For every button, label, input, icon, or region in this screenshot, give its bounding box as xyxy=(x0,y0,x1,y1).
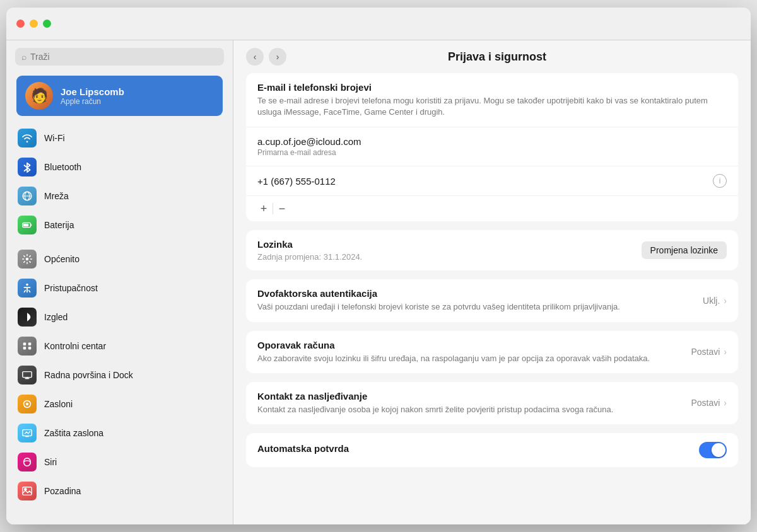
sidebar-item-wifi-label: Wi-Fi xyxy=(44,133,65,143)
password-card: Lozinka Zadnja promjena: 31.1.2024. Prom… xyxy=(246,230,738,270)
svg-rect-5 xyxy=(23,224,28,227)
legacy-left: Kontakt za nasljeđivanje Kontakt za nasl… xyxy=(257,391,691,415)
general-icon xyxy=(18,250,37,269)
change-password-button[interactable]: Promjena lozinke xyxy=(642,241,727,259)
maximize-button[interactable] xyxy=(43,20,51,28)
auto-confirm-card: Automatska potvrda xyxy=(246,433,738,467)
svg-rect-10 xyxy=(28,343,32,346)
password-subtitle: Zadnja promjena: 31.1.2024. xyxy=(257,252,642,262)
recovery-chevron-icon: › xyxy=(724,347,727,357)
email-address: a.cup.of.joe@icloud.com xyxy=(257,136,727,147)
svg-point-7 xyxy=(26,284,28,286)
legacy-title: Kontakt za nasljeđivanje xyxy=(257,391,691,402)
legacy-desc: Kontakt za nasljeđivanje osoba je kojoj … xyxy=(257,404,691,415)
profile-item[interactable]: 🧑 Joe Lipscomb Apple račun xyxy=(16,76,223,116)
add-button[interactable]: + xyxy=(255,201,273,216)
siri-icon xyxy=(18,453,37,471)
sidebar-item-general[interactable]: Općenito xyxy=(11,245,228,274)
main-panel: ‹ › Prijava i sigurnost E-mail i telefon… xyxy=(233,40,751,524)
search-input[interactable] xyxy=(30,52,218,62)
sidebar-item-bluetooth[interactable]: Bluetooth xyxy=(11,153,228,182)
sidebar-item-desktop[interactable]: Radna površina i Dock xyxy=(11,361,228,390)
email-phone-card: E-mail i telefonski brojevi Te se e-mail… xyxy=(246,73,738,221)
legacy-row[interactable]: Kontakt za nasljeđivanje Kontakt za nasl… xyxy=(246,382,738,424)
recovery-status: Postavi xyxy=(691,347,720,357)
network-icon xyxy=(18,187,37,205)
screensaver-icon xyxy=(18,424,37,442)
profile-subtitle: Apple račun xyxy=(61,97,124,106)
profile-name: Joe Lipscomb xyxy=(61,86,124,97)
two-factor-row[interactable]: Dvofaktorska autentikacija Vaši pouzdani… xyxy=(246,279,738,321)
traffic-lights xyxy=(16,20,51,28)
sidebar-item-screensaver[interactable]: Zaštita zaslona xyxy=(11,419,228,448)
recovery-desc: Ako zaboravite svoju lozinku ili šifru u… xyxy=(257,353,691,364)
recovery-card: Oporavak računa Ako zaboravite svoju loz… xyxy=(246,331,738,373)
add-remove-row: + − xyxy=(246,196,738,221)
sidebar-item-screensaver-label: Zaštita zaslona xyxy=(44,428,103,438)
svg-point-21 xyxy=(24,458,31,466)
sidebar-item-network-label: Mreža xyxy=(44,191,69,201)
sidebar-item-displays[interactable]: Zasloni xyxy=(11,390,228,419)
sidebar-item-network[interactable]: Mreža xyxy=(11,182,228,211)
profile-info: Joe Lipscomb Apple račun xyxy=(61,86,124,106)
panel-header: ‹ › Prijava i sigurnost xyxy=(233,40,751,73)
close-button[interactable] xyxy=(16,20,25,28)
sidebar-item-bluetooth-label: Bluetooth xyxy=(44,162,81,172)
page-title: Prijava i sigurnost xyxy=(291,50,703,64)
profile-section: 🧑 Joe Lipscomb Apple račun xyxy=(6,71,233,121)
sidebar-item-general-label: Općenito xyxy=(44,254,79,264)
sidebar-item-siri-label: Siri xyxy=(44,457,57,467)
panel-body: E-mail i telefonski brojevi Te se e-mail… xyxy=(233,73,751,524)
password-left: Lozinka Zadnja promjena: 31.1.2024. xyxy=(257,239,642,262)
two-factor-left: Dvofaktorska autentikacija Vaši pouzdani… xyxy=(257,288,703,313)
svg-point-6 xyxy=(26,258,29,261)
info-icon[interactable]: i xyxy=(713,174,727,188)
forward-button[interactable]: › xyxy=(269,48,286,66)
legacy-status: Postavi xyxy=(691,398,720,408)
sidebar-item-wifi[interactable]: Wi-Fi xyxy=(11,124,228,153)
sidebar-item-control[interactable]: Kontrolni centar xyxy=(11,332,228,361)
sidebar-item-displays-label: Zasloni xyxy=(44,399,73,409)
auto-confirm-title: Automatska potvrda xyxy=(257,443,349,454)
sidebar-items: Wi-Fi Bluetooth xyxy=(6,121,233,508)
sidebar-item-wallpaper-label: Pozadina xyxy=(44,486,81,496)
remove-button[interactable]: − xyxy=(273,201,291,216)
battery-icon xyxy=(18,216,37,234)
auto-confirm-toggle[interactable] xyxy=(699,442,727,458)
legacy-card: Kontakt za nasljeđivanje Kontakt za nasl… xyxy=(246,382,738,424)
minimize-button[interactable] xyxy=(30,20,38,28)
legacy-chevron-icon: › xyxy=(724,398,727,408)
back-button[interactable]: ‹ xyxy=(246,48,264,66)
svg-point-17 xyxy=(26,403,29,406)
sidebar-item-battery[interactable]: Baterija xyxy=(11,211,228,240)
wifi-icon xyxy=(18,129,37,147)
svg-rect-9 xyxy=(23,343,26,346)
control-icon xyxy=(18,337,37,356)
sidebar-item-appearance[interactable]: Izgled xyxy=(11,303,228,332)
sidebar-item-siri[interactable]: Siri xyxy=(11,448,228,477)
svg-rect-12 xyxy=(28,347,32,350)
phone-row: +1 (667) 555-0112 i xyxy=(246,166,738,196)
recovery-left: Oporavak računa Ako zaboravite svoju loz… xyxy=(257,340,691,364)
svg-rect-4 xyxy=(30,224,32,226)
sidebar-item-accessibility[interactable]: Pristupačnost xyxy=(11,274,228,303)
phone-number: +1 (667) 555-0112 xyxy=(257,176,336,187)
desktop-icon xyxy=(18,366,37,385)
password-row: Lozinka Zadnja promjena: 31.1.2024. Prom… xyxy=(246,230,738,270)
two-factor-status: Uklj. xyxy=(703,296,720,306)
chevron-icon: › xyxy=(724,296,727,306)
email-section-desc: Te se e-mail adrese i brojevi telefona m… xyxy=(257,95,727,118)
two-factor-card: Dvofaktorska autentikacija Vaši pouzdani… xyxy=(246,279,738,321)
recovery-row[interactable]: Oporavak računa Ako zaboravite svoju loz… xyxy=(246,331,738,373)
email-section-header: E-mail i telefonski brojevi Te se e-mail… xyxy=(246,73,738,127)
email-entry-section: a.cup.of.joe@icloud.com Primarna e-mail … xyxy=(246,127,738,166)
legacy-right: Postavi › xyxy=(691,398,727,408)
svg-rect-11 xyxy=(23,347,26,350)
search-bar[interactable]: ⌕ xyxy=(15,48,224,66)
displays-icon xyxy=(18,395,37,413)
recovery-right: Postavi › xyxy=(691,347,727,357)
sidebar-item-wallpaper[interactable]: Pozadina xyxy=(11,477,228,506)
svg-rect-13 xyxy=(23,372,32,378)
sidebar-item-appearance-label: Izgled xyxy=(44,312,67,322)
sidebar-item-control-label: Kontrolni centar xyxy=(44,341,106,351)
